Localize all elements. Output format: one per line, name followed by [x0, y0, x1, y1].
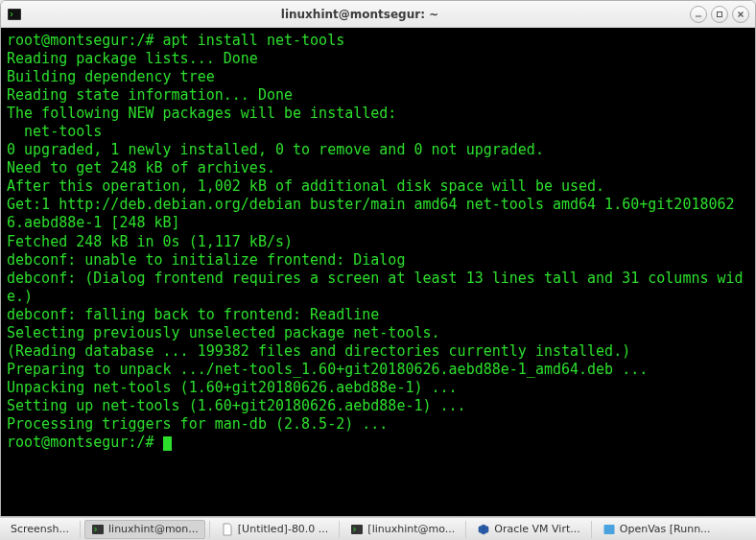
svg-rect-6 — [92, 525, 104, 534]
svg-rect-3 — [718, 12, 722, 16]
app-icon — [602, 523, 616, 536]
cube-icon — [477, 523, 490, 536]
svg-rect-8 — [603, 525, 614, 534]
terminal-line: Need to get 248 kB of archives. — [7, 159, 749, 177]
taskbar-item-virtualbox[interactable]: Oracle VM Virt... — [470, 520, 586, 539]
terminal-line: Building dependency tree — [7, 68, 749, 86]
taskbar-separator — [80, 521, 81, 538]
window-title: linuxhint@montsegur: ~ — [30, 8, 690, 21]
terminal-line: The following NEW packages will be insta… — [7, 105, 749, 123]
terminal-window: linuxhint@montsegur: ~ root@montsegur:/#… — [0, 0, 756, 517]
terminal-line: Reading state information... Done — [7, 86, 749, 105]
terminal-line: Selecting previously unselected package … — [7, 324, 749, 342]
taskbar-item-label: linuxhint@mon... — [108, 523, 199, 535]
taskbar-separator — [209, 521, 210, 538]
terminal-line: net-tools — [7, 123, 749, 141]
terminal-line: Preparing to unpack .../net-tools_1.60+g… — [7, 361, 749, 379]
svg-rect-1 — [9, 10, 20, 19]
terminal-app-icon — [7, 7, 22, 22]
maximize-button[interactable] — [711, 6, 728, 23]
taskbar-item-terminal2[interactable]: [linuxhint@mo... — [343, 520, 461, 539]
taskbar-item-untitled[interactable]: [Untitled]-80.0 ... — [214, 520, 336, 539]
terminal-content[interactable]: root@montsegur:/# apt install net-tools … — [1, 28, 755, 516]
window-controls — [690, 6, 749, 23]
taskbar-item-screenshot[interactable]: Screensh... — [4, 520, 76, 539]
prompt: root@montsegur:/# — [7, 32, 163, 49]
command-text: apt install net-tools — [163, 32, 345, 49]
prompt: root@montsegur:/# — [7, 434, 154, 451]
terminal-line: debconf: (Dialog frontend requires a scr… — [7, 270, 749, 306]
document-icon — [221, 523, 234, 536]
taskbar-item-label: [linuxhint@mo... — [367, 523, 455, 535]
terminal-icon — [350, 523, 364, 536]
close-button[interactable] — [732, 6, 749, 23]
taskbar-separator — [465, 521, 466, 538]
terminal-line: Setting up net-tools (1.60+git20180626.a… — [7, 397, 749, 415]
taskbar-separator — [339, 521, 340, 538]
terminal-line: (Reading database ... 199382 files and d… — [7, 342, 749, 361]
terminal-line: root@montsegur:/# apt install net-tools — [7, 32, 749, 50]
terminal-line: debconf: falling back to frontend: Readl… — [7, 306, 749, 324]
taskbar: Screensh... linuxhint@mon... [Untitled]-… — [0, 517, 756, 540]
cursor-icon — [163, 436, 172, 451]
taskbar-item-label: Screensh... — [11, 523, 69, 535]
terminal-line: root@montsegur:/# — [7, 434, 749, 452]
taskbar-item-label: OpenVas [Runn... — [620, 523, 711, 535]
terminal-line: After this operation, 1,002 kB of additi… — [7, 177, 749, 196]
terminal-line: Reading package lists... Done — [7, 50, 749, 68]
titlebar: linuxhint@montsegur: ~ — [1, 1, 755, 28]
taskbar-item-terminal[interactable]: linuxhint@mon... — [84, 520, 205, 539]
taskbar-item-label: [Untitled]-80.0 ... — [238, 523, 329, 535]
terminal-line: debconf: unable to initialize frontend: … — [7, 251, 749, 270]
svg-rect-7 — [351, 525, 363, 534]
terminal-line: 0 upgraded, 1 newly installed, 0 to remo… — [7, 141, 749, 159]
taskbar-separator — [591, 521, 592, 538]
terminal-line: Get:1 http://deb.debian.org/debian buste… — [7, 196, 749, 232]
terminal-icon — [91, 523, 105, 536]
terminal-line: Processing triggers for man-db (2.8.5-2)… — [7, 415, 749, 434]
terminal-line: Unpacking net-tools (1.60+git20180626.ae… — [7, 379, 749, 397]
taskbar-item-label: Oracle VM Virt... — [494, 523, 579, 535]
minimize-button[interactable] — [690, 6, 707, 23]
taskbar-item-openvas[interactable]: OpenVas [Runn... — [596, 520, 718, 539]
terminal-line: Fetched 248 kB in 0s (1,117 kB/s) — [7, 233, 749, 251]
